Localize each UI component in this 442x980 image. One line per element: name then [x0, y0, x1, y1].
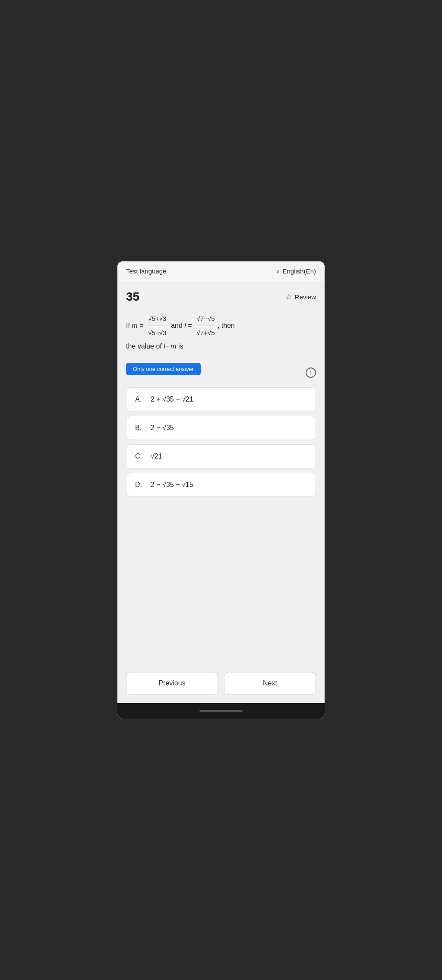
info-label: i: [310, 369, 312, 376]
option-c[interactable]: C. √21: [126, 444, 316, 468]
option-c-label: C.: [135, 452, 144, 460]
question-number: 35: [126, 290, 139, 304]
bottom-bar: [117, 703, 325, 719]
language-selector[interactable]: ∨ English(En): [276, 267, 316, 275]
question-text: If m = √5+√3 √5−√3 and l = √7−√5 √7+√5 ,…: [126, 312, 316, 353]
option-c-content: √21: [151, 452, 162, 460]
review-label: Review: [295, 293, 316, 301]
option-b[interactable]: B. 2 − √35: [126, 416, 316, 440]
option-d[interactable]: D. 2 − √35 − √15: [126, 473, 316, 497]
review-button[interactable]: ☆ Review: [285, 292, 316, 302]
previous-button[interactable]: Previous: [126, 672, 218, 694]
option-b-label: B.: [135, 424, 144, 432]
option-a[interactable]: A. 2 + √35 − √21: [126, 387, 316, 411]
chevron-down-icon: ∨: [276, 268, 280, 274]
option-a-content: 2 + √35 − √21: [151, 396, 193, 403]
info-icon[interactable]: i: [306, 368, 316, 378]
language-value: English(En): [282, 267, 316, 275]
fraction-m: √5+√3 √5−√3: [148, 312, 166, 339]
app-header: Test language ∨ English(En): [117, 261, 325, 281]
star-icon: ☆: [285, 292, 292, 302]
fraction-l: √7−√5 √7+√5: [197, 312, 215, 339]
answer-type-badge: Only one correct answer: [126, 363, 201, 375]
option-d-label: D.: [135, 481, 144, 489]
next-button[interactable]: Next: [224, 672, 316, 694]
bottom-indicator: [199, 710, 243, 712]
option-b-content: 2 − √35: [151, 424, 174, 432]
options-container: A. 2 + √35 − √21 B. 2 − √35 C. √21 D.: [126, 387, 316, 497]
main-content: 35 ☆ Review If m = √5+√3 √5−√3 and l = √…: [117, 281, 325, 665]
option-a-label: A.: [135, 396, 144, 403]
badge-info-row: Only one correct answer i: [126, 363, 316, 383]
footer: Previous Next: [117, 665, 325, 703]
question-header: 35 ☆ Review: [126, 290, 316, 304]
option-d-content: 2 − √35 − √15: [151, 481, 193, 489]
test-language-label: Test language: [126, 267, 166, 275]
